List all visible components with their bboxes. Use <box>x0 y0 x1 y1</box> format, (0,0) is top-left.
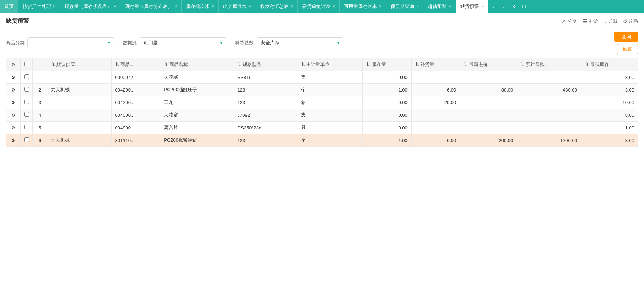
datasource-select[interactable]: 可用量 ▾ <box>140 37 226 48</box>
tab-nav-next[interactable]: › <box>499 0 509 13</box>
row-supplier-2 <box>47 96 112 109</box>
tab-available-ledger[interactable]: 可用量库存账本 × <box>340 0 386 13</box>
tab-nav-prev[interactable]: ‹ <box>488 0 499 13</box>
row-select-checkbox[interactable] <box>24 87 29 92</box>
datasource-select-value: 可用量 <box>144 40 158 46</box>
tab-batch-account[interactable]: 库存批次账 × <box>182 0 219 13</box>
replenish-button[interactable]: ☰ 补货 <box>583 18 598 25</box>
export-button[interactable]: ↓ 导出 <box>604 18 617 25</box>
share-button[interactable]: ↗ 分享 <box>562 18 577 25</box>
tab-window-maximize[interactable]: □ <box>519 0 529 13</box>
row-gear-1[interactable]: ⚙ <box>6 84 21 96</box>
tab-close-shortage[interactable]: × <box>481 4 484 9</box>
settings-button[interactable]: 设置 <box>617 44 638 54</box>
tab-shortage[interactable]: 缺货预警 × <box>456 0 488 13</box>
row-unit-5: 个 <box>297 134 362 147</box>
row-select-checkbox[interactable] <box>24 125 29 129</box>
row-stock-2: 0.00 <box>363 96 412 109</box>
select-all-checkbox[interactable] <box>24 62 29 66</box>
row-checkbox-5[interactable] <box>21 134 33 147</box>
col-header-checkbox[interactable] <box>21 58 33 71</box>
row-select-checkbox[interactable] <box>24 100 29 104</box>
tab-close-expiry-query[interactable]: × <box>416 4 419 9</box>
row-checkbox-1[interactable] <box>21 84 33 96</box>
tab-close-batch-account[interactable]: × <box>212 4 214 9</box>
col-header-unit[interactable]: ⇅ 主计量单位 <box>297 58 362 71</box>
tab-stock-status[interactable]: 现存量（库存状况表） × <box>60 0 121 13</box>
row-gear-0[interactable]: ⚙ <box>6 71 21 84</box>
tab-receive-summary[interactable]: 收发存汇总表 × <box>256 0 298 13</box>
tab-close-inout-flow[interactable]: × <box>249 4 251 9</box>
row-gear-icon: ⚙ <box>11 125 16 131</box>
name-sort-icon: ⇅ <box>164 62 168 67</box>
row-name-0: 火花塞 <box>160 71 234 84</box>
tab-overstock[interactable]: 超储预警 × <box>423 0 456 13</box>
col-header-latest-price[interactable]: ⇅ 最新进价 <box>460 58 517 71</box>
row-checkbox-3[interactable] <box>21 109 33 122</box>
replenish-basis-select-value: 安全库存 <box>261 40 279 46</box>
row-select-checkbox[interactable] <box>24 74 29 79</box>
row-gear-5[interactable]: ⚙ <box>6 134 21 147</box>
col-header-sku[interactable]: ⇅ 商品... <box>111 58 160 71</box>
tab-stock-dist[interactable]: 现存量（库存分布表） × <box>121 0 182 13</box>
row-gear-2[interactable]: ⚙ <box>6 96 21 109</box>
col-header-spec[interactable]: ⇅ 规格型号 <box>234 58 297 71</box>
row-checkbox-0[interactable] <box>21 71 33 84</box>
row-name-2: 三九 <box>160 96 234 109</box>
row-supplier-3 <box>47 109 112 122</box>
table-container: ⚙ ⇅ 默认供应... ⇅ 商品... ⇅ <box>0 58 644 147</box>
col-header-supplier[interactable]: ⇅ 默认供应... <box>47 58 112 71</box>
tab-window-close[interactable]: × <box>509 0 519 13</box>
col-header-min-stock[interactable]: ⇅ 最低库存 <box>581 58 638 71</box>
col-header-stock[interactable]: ⇅ 库存量 <box>363 58 412 71</box>
tab-home[interactable]: 首页 <box>0 0 18 13</box>
row-seq-1: 2 <box>33 84 47 96</box>
row-checkbox-2[interactable] <box>21 96 33 109</box>
refresh-button[interactable]: ↺ 刷新 <box>623 18 638 25</box>
col-header-estimated-purchase[interactable]: ⇅ 预计采购... <box>517 58 581 71</box>
category-select[interactable]: ▾ <box>27 37 114 48</box>
tab-close-stock-dist[interactable]: × <box>174 4 177 9</box>
replenish-basis-select[interactable]: 安全库存 ▾ <box>257 37 343 48</box>
row-latest-price-1: 80.00 <box>460 84 517 96</box>
row-gear-3[interactable]: ⚙ <box>6 109 21 122</box>
replenish-icon: ☰ <box>583 18 587 24</box>
row-supplier-1: 力天机械 <box>47 84 112 96</box>
row-replenish-3 <box>411 109 460 122</box>
row-spec-5: 123 <box>234 134 297 147</box>
tab-inout-flow[interactable]: 出入库流水 × <box>219 0 256 13</box>
col-header-name[interactable]: ⇅ 商品名称 <box>160 58 234 71</box>
replenish-sort-icon: ⇅ <box>415 62 419 67</box>
tab-close-overstock[interactable]: × <box>449 4 451 9</box>
row-seq-0: 1 <box>33 71 47 84</box>
row-select-checkbox[interactable] <box>24 137 29 142</box>
row-min-stock-0: 8.00 <box>581 71 638 84</box>
row-min-stock-5: 3.00 <box>581 134 638 147</box>
row-select-checkbox[interactable] <box>24 112 29 117</box>
row-gear-icon: ⚙ <box>11 87 16 93</box>
row-sku-5: 801110... <box>111 134 160 147</box>
col-header-gear[interactable]: ⚙ <box>6 58 21 71</box>
row-gear-icon: ⚙ <box>11 112 16 118</box>
replenish-basis-label: 补货基数 <box>235 40 254 46</box>
query-button[interactable]: 查询 <box>614 32 638 42</box>
row-seq-2: 3 <box>33 96 47 109</box>
row-unit-4: 只 <box>297 122 362 134</box>
row-estimated-purchase-2 <box>517 96 581 109</box>
tab-close-abnormal[interactable]: × <box>53 4 56 9</box>
row-gear-4[interactable]: ⚙ <box>6 122 21 134</box>
tab-expiry-query[interactable]: 保质期查询 × <box>386 0 423 13</box>
tab-close-available-ledger[interactable]: × <box>379 4 382 9</box>
replenish-basis-dropdown-icon: ▾ <box>337 40 339 45</box>
row-unit-1: 个 <box>297 84 362 96</box>
tab-close-receive-summary[interactable]: × <box>291 4 293 9</box>
min-stock-sort-icon: ⇅ <box>585 62 589 67</box>
tab-close-stock-status[interactable]: × <box>114 4 116 9</box>
latest-price-sort-icon: ⇅ <box>464 62 467 67</box>
row-spec-0: SS816 <box>234 71 297 84</box>
col-header-replenish[interactable]: ⇅ 补货量 <box>411 58 460 71</box>
tab-abnormal[interactable]: 拣货异常处理 × <box>18 0 60 13</box>
tab-close-order-stats[interactable]: × <box>332 4 335 9</box>
tab-order-stats[interactable]: 要货单统计表 × <box>298 0 340 13</box>
row-checkbox-4[interactable] <box>21 122 33 134</box>
